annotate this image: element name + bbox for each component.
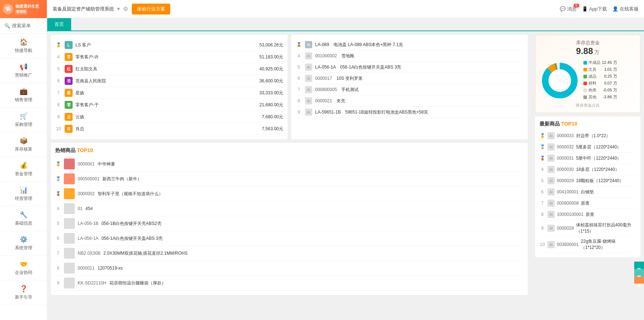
new-code-5: 0000029 (557, 178, 574, 183)
new-code-4: 0000030 (557, 167, 574, 172)
sales-icon: 💼 (20, 87, 28, 95)
legend-dot-2 (583, 68, 587, 71)
client-name-8: 肖总 (76, 126, 259, 132)
rank-num-6: 6 (55, 78, 62, 83)
legend-item-3: 成品 0.25 万 (583, 74, 617, 79)
legend-value-1: 12.45 万 (602, 60, 617, 65)
client-amount-7: 7,680.00元 (262, 114, 283, 120)
new-product-icon-4: Ai (547, 166, 555, 173)
client-amount-2: 51,183.00元 (260, 54, 283, 60)
hot-image-7 (64, 248, 75, 259)
new-product-icon-3: Ai (547, 155, 555, 162)
client-amount-3: 40,925.00元 (260, 66, 283, 72)
sidebar-item-inventory[interactable]: 📦 库存核算 (0, 132, 47, 157)
float-btn-live[interactable]: 直播 (634, 277, 644, 284)
sidebar-system-label: 系统管理 (15, 245, 32, 251)
rank-num-8: 8 (55, 102, 62, 107)
message-button[interactable]: 💬 消息 6 (560, 6, 576, 12)
legend-label-3: 成品 (588, 74, 603, 79)
hot-code-1: 0000001 (78, 161, 95, 167)
app-download-button[interactable]: 📱 App下载 (582, 6, 607, 12)
hot-name-4: 45# (85, 206, 523, 211)
hot-image-1 (64, 159, 75, 169)
sidebar-item-finance[interactable]: 💰 资金管理 (0, 157, 47, 182)
product-icon: Ai (305, 86, 312, 93)
service-button[interactable]: 👤 在线客服 (612, 6, 639, 12)
legend-item-2: 文具 1.01 万 (583, 67, 617, 72)
trial-button[interactable]: 体验行业方案 (132, 4, 170, 15)
hot-image-5 (64, 218, 75, 229)
product-code-7: 000800005 (315, 87, 337, 92)
gear-icon[interactable]: ⚙ (123, 5, 128, 12)
hot-code-5: LA-056-1B (78, 221, 98, 226)
middle-panel: 🥇 L LS 客户 53,006.26元 4 零 零售客户-许 51,183.0… (47, 31, 531, 320)
rank-num-p7: 7 (295, 87, 302, 92)
legend-item-1: 半成品 12.45 万 (583, 60, 617, 65)
float-btn-service[interactable]: 客服热线 (634, 262, 644, 269)
product-icon: Ai (305, 75, 312, 82)
sidebar-item-basics[interactable]: 🔧 基础信息 (0, 206, 47, 231)
legend-label-1: 半成品 (588, 60, 600, 65)
new-rank-8: 8 (539, 212, 545, 217)
sidebar-logo: 畅 畅捷通好生意 标准版 (0, 0, 47, 18)
topbar: 装备及固定资产辅助管理系统 ▼ ⚙ 体验行业方案 💬 消息 6 📱 App下载 … (47, 0, 644, 18)
new-rank-4: 4 (539, 167, 545, 172)
new-product-item: 5 Ai 0000029 18颗粒板（1220*2440） (539, 175, 636, 186)
new-name-7: 原查 (581, 200, 636, 206)
sidebar-management-label: 经营管理 (15, 196, 32, 202)
hot-code-3: 0000002 (78, 191, 95, 196)
new-product-item: 🥉 Ai 0000031 5厘中纤（1220*2440） (539, 153, 636, 164)
tab-home[interactable]: 首页 (47, 18, 71, 30)
client-name-5: 星扬 (76, 90, 257, 96)
client-amount-4: 36,600.00元 (260, 78, 283, 84)
guide-icon: ❓ (20, 285, 28, 293)
new-product-icon-10: Ai (547, 241, 555, 248)
hot-products-list: 🥇 0000001 中华神薯 🥈 000500001 新西兰牛肉（新牛） 🥉 (55, 157, 523, 291)
new-product-icon-7: Ai (547, 200, 555, 207)
hot-rank-9: 9 (55, 280, 61, 286)
new-products-title: 最新商品 TOP10 (539, 121, 636, 127)
sidebar-item-purchase[interactable]: 🛒 采购管理 (0, 108, 47, 132)
sidebar-item-enterprise[interactable]: 🤝 企业协同 (0, 256, 47, 280)
client-badge-1: L (65, 41, 73, 49)
hot-item: 🥉 0000002 智利车子里（规格不知道填什么） (55, 186, 523, 201)
hot-name-6: 056-1A白色按键开关盖ABS 3壳 (101, 235, 523, 242)
hot-products-title: 热销商品 TOP10 (55, 147, 523, 154)
new-name-1: 封边带（1.0*22） (576, 133, 636, 139)
new-code-2: 0000032 (557, 144, 574, 149)
client-name-1: LS 客户 (76, 42, 257, 48)
legend-value-5: -0.05 万 (603, 87, 617, 93)
sidebar-item-marketing[interactable]: 📢 营销推广 (0, 58, 47, 83)
hot-image-6 (64, 233, 75, 244)
client-amount-1: 53,006.26元 (260, 42, 283, 48)
clients-rank-list: 🥇 L LS 客户 53,006.26元 4 零 零售客户-许 51,183.0… (55, 39, 283, 135)
sidebar-item-system[interactable]: ⚙️ 系统管理 (0, 231, 47, 256)
rank-item: 8 Ai 0000021 夹壳 (295, 95, 523, 107)
legend-dot-5 (583, 89, 587, 92)
sidebar-item-guide[interactable]: ❓ 新手引导 (0, 280, 47, 305)
inventory-title: 库存总资金 (576, 40, 600, 45)
logo-icon: 畅 (3, 4, 13, 14)
dropdown-icon[interactable]: ▼ (116, 6, 121, 12)
new-rank-2: 🥈 (539, 144, 545, 149)
hot-image-4 (64, 203, 75, 214)
float-btn-community[interactable]: 服务社区 (634, 269, 644, 277)
rank-num-4: 4 (55, 54, 62, 60)
new-product-icon-2: Ai (547, 143, 555, 151)
sidebar-item-sales[interactable]: 💼 销售管理 (0, 83, 47, 108)
sidebar-basics-label: 基础信息 (15, 220, 32, 226)
sidebar-item-home[interactable]: 🏠 快捷导航 (0, 34, 47, 58)
client-name-4: 苍南县人民医院 (76, 78, 257, 84)
legend-value-2: 1.01 万 (604, 67, 617, 72)
product-name-3: LA-089 电池盖 LA-089 ABS本色+黑种 7.1克 (315, 42, 523, 48)
hot-rank-5: 5 (55, 221, 61, 226)
sidebar-item-management[interactable]: 📊 经营管理 (0, 182, 47, 206)
rank-item: 10 肖 肖总 7,563.00元 (55, 123, 283, 135)
new-code-1: 0000033 (557, 133, 574, 138)
new-rank-6: 6 (539, 189, 545, 194)
hot-image-2 (64, 173, 75, 184)
new-product-item: 10 Ai 003800001 22g鱼豆腐-烧烤味（1*12*20） (539, 237, 636, 253)
search-menu-button[interactable]: 🔍 搜索菜单 (3, 21, 44, 30)
hot-image-9 (64, 278, 75, 288)
hot-image-3 (64, 188, 75, 199)
